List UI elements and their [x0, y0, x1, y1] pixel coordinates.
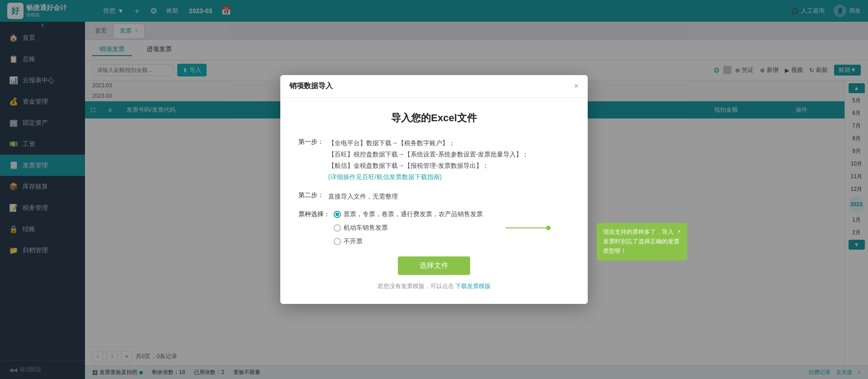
ticket-label: 票种选择： [298, 210, 330, 218]
tooltip-close-button[interactable]: × [678, 227, 681, 236]
step1-content: 【全电平台】数据下载→【税务数字账户】； 【百旺】税控盘数据下载→【系统设置-系… [328, 137, 528, 183]
step1-row: 第一步： 【全电平台】数据下载→【税务数字账户】； 【百旺】税控盘数据下载→【系… [298, 137, 570, 183]
modal-overlay: 销项数据导入 × 导入您的Excel文件 第一步： 【全电平台】数据下载→【税务… [0, 0, 868, 379]
radio-normal-circle [334, 211, 341, 218]
download-hint: 若您没有发票模版，可以点击 下载发票模版 [298, 282, 570, 290]
step1-label: 第一步： [298, 138, 324, 146]
modal-header: 销项数据导入 × [280, 75, 588, 98]
modal-close-button[interactable]: × [574, 82, 579, 90]
radio-noticket-circle [334, 238, 341, 245]
radio-option-noticket[interactable]: 不开票 [334, 237, 483, 246]
tooltip-line [505, 227, 546, 228]
select-file-section: 选择文件 [298, 256, 570, 275]
step1-line-2: 【百旺】税控盘数据下载→【系统设置-系统参数设置-发票批量导入】； [328, 149, 528, 160]
modal-body: 导入您的Excel文件 第一步： 【全电平台】数据下载→【税务数字账户】； 【百… [280, 98, 588, 304]
radio-group: 普票，专票，卷票，通行费发票，农产品销售发票 机动车销售发票 [334, 210, 483, 246]
import-modal: 销项数据导入 × 导入您的Excel文件 第一步： 【全电平台】数据下载→【税务… [280, 75, 588, 304]
step2-label: 第二步： [298, 191, 324, 199]
radio-motor-label: 机动车销售发票 [344, 224, 388, 232]
download-template-link[interactable]: 下载发票模版 [455, 283, 491, 289]
tooltip-text: 现在支持的票种多了，导入发票时别忘了选择正确的发票类型呀！ [603, 228, 679, 254]
radio-motor-circle [334, 224, 341, 232]
radio-normal-label: 普票，专票，卷票，通行费发票，农产品销售发票 [344, 210, 483, 218]
download-hint-text: 若您没有发票模版，可以点击 [377, 283, 454, 289]
modal-main-title: 导入您的Excel文件 [298, 111, 570, 125]
radio-option-normal[interactable]: 普票，专票，卷票，通行费发票，农产品销售发票 [334, 210, 483, 218]
step2-row: 第二步： 直接导入文件，无需整理 [298, 191, 570, 202]
step1-line-3: 【航信】金税盘数据下载→【报税管理-发票数据导出】； [328, 160, 528, 171]
radio-option-motor[interactable]: 机动车销售发票 [334, 224, 483, 232]
step1-guide-link[interactable]: (详细操作见百旺/航信发票数据下载指南) [328, 173, 442, 180]
ticket-select-section: 票种选择： 普票，专票，卷票，通行费发票，农产品销售发票 机动车销售发票 [298, 210, 570, 246]
select-file-button[interactable]: 选择文件 [398, 256, 470, 275]
tooltip-connector [505, 226, 551, 230]
tooltip-bubble: × 现在支持的票种多了，导入发票时别忘了选择正确的发票类型呀！ [597, 223, 687, 260]
step2-content: 直接导入文件，无需整理 [328, 191, 398, 202]
radio-noticket-label: 不开票 [344, 237, 363, 246]
step1-line-1: 【全电平台】数据下载→【税务数字账户】； [328, 137, 528, 149]
modal-title: 销项数据导入 [289, 81, 333, 91]
tooltip-anchor-dot [546, 226, 551, 230]
